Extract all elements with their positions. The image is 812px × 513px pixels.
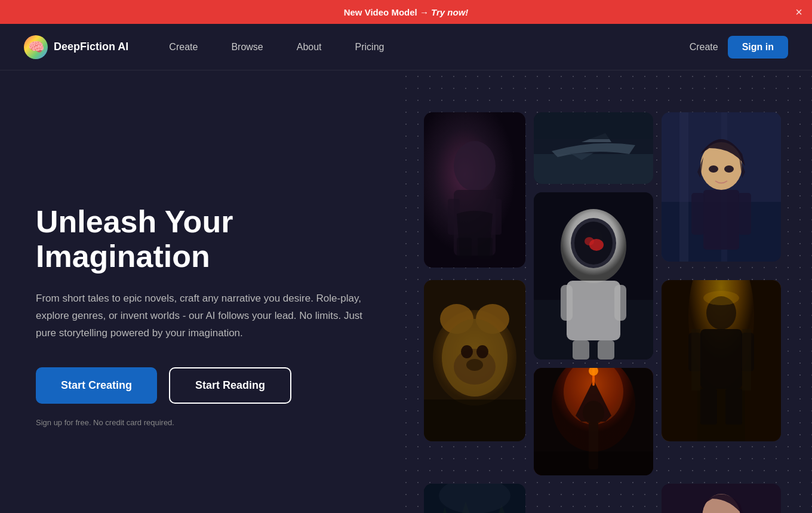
start-reading-button[interactable]: Start Reading [169,367,291,404]
hero-image-area [400,70,812,513]
svg-rect-62 [700,329,742,389]
logo-icon: 🧠 [24,35,48,59]
svg-point-54 [724,165,734,173]
hero-section: Unleash Your Imagination From short tale… [0,70,812,513]
svg-point-34 [585,237,594,245]
nav-browse[interactable]: Browse [214,24,279,70]
svg-point-43 [583,401,604,425]
navbar: 🧠 DeepFiction AI Create Browse About Pri… [0,24,812,70]
svg-rect-26 [534,154,653,184]
svg-rect-57 [738,193,751,235]
image-villain [662,280,781,441]
nav-create[interactable]: Create [152,24,214,70]
banner-title: New Video Model [344,7,417,17]
svg-rect-37 [614,285,626,321]
signin-button[interactable]: Sign in [728,36,788,59]
svg-rect-5 [457,238,472,259]
svg-rect-56 [691,193,705,235]
svg-rect-65 [700,389,717,425]
signup-note: Sign up for free. No credit card require… [36,418,364,427]
svg-rect-6 [478,238,493,259]
svg-point-15 [466,359,483,371]
start-creating-button[interactable]: Start Creating [36,367,157,404]
svg-rect-16 [424,400,525,441]
svg-rect-55 [703,190,739,250]
svg-rect-38 [573,340,589,360]
banner-arrow: → [420,7,429,17]
announcement-banner: New Video Model → Try now! × [0,0,812,24]
hero-buttons: Start Creating Start Reading [36,367,364,404]
image-dark-mage [534,368,653,475]
svg-rect-39 [598,340,614,360]
banner-close-button[interactable]: × [795,6,802,18]
nav-actions: Create Sign in [690,36,788,59]
svg-point-14 [476,345,488,358]
image-woman-action [424,112,525,268]
nav-pricing[interactable]: Pricing [339,24,401,70]
svg-point-1 [454,141,496,191]
hero-description: From short tales to epic novels, craft a… [36,290,364,342]
image-bear [424,280,525,441]
svg-rect-50 [679,112,688,262]
nav-links: Create Browse About Pricing [152,24,689,70]
svg-rect-35 [567,281,620,340]
banner-cta[interactable]: Try now! [431,7,468,17]
image-astronaut [534,192,653,360]
image-forest [424,484,525,513]
svg-rect-66 [725,389,742,425]
svg-rect-27 [534,112,653,139]
svg-point-67 [703,291,739,305]
nav-about[interactable]: About [280,24,339,70]
svg-rect-36 [561,285,573,321]
svg-point-53 [709,165,718,173]
image-grid [412,88,812,513]
hero-title: Unleash Your Imagination [36,205,364,273]
logo-link[interactable]: 🧠 DeepFiction AI [24,35,128,59]
svg-rect-47 [534,451,653,475]
banner-text: New Video Model → Try now! [344,7,469,17]
image-anime-girl [662,112,781,262]
image-plane [534,112,653,184]
svg-point-13 [461,345,473,358]
image-woman-portrait [662,484,781,513]
svg-rect-73 [662,484,781,513]
nav-create-secondary[interactable]: Create [690,42,718,53]
logo-text: DeepFiction AI [54,41,128,53]
hero-content: Unleash Your Imagination From short tale… [0,70,400,513]
